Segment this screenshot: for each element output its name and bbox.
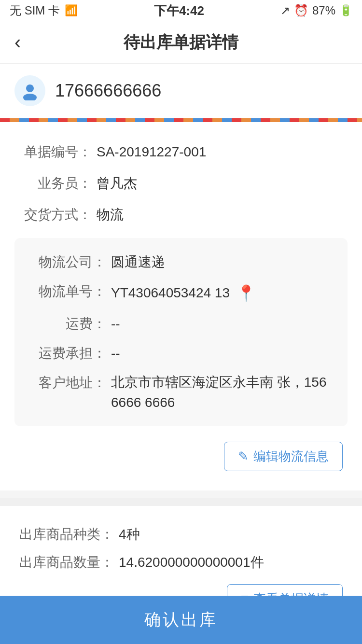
address-label: 客户地址： <box>34 372 111 394</box>
goods-quantity-row: 出库商品数量： 14.620000000000001件 <box>0 548 362 576</box>
section-divider <box>0 498 362 506</box>
dashed-divider <box>0 118 362 122</box>
edit-logistics-section: ✎ 编辑物流信息 <box>0 434 362 476</box>
order-info-section: 单据编号： SA-20191227-001 业务员： 曾凡杰 交货方式： 物流 … <box>0 122 362 490</box>
goods-quantity-value: 14.620000000000001件 <box>119 553 343 572</box>
confirm-bar[interactable]: 确认出库 <box>0 596 362 644</box>
goods-type-value: 4种 <box>119 525 343 544</box>
wifi-icon: 📶 <box>65 4 78 17</box>
freight-bearer-value: -- <box>111 343 328 364</box>
freight-bearer-label: 运费承担： <box>34 343 111 364</box>
confirm-button[interactable]: 确认出库 <box>144 609 218 631</box>
order-number-label: 单据编号： <box>19 141 97 163</box>
address-row: 客户地址： 北京市市辖区海淀区永丰南 张，156 6666 6666 <box>14 368 348 417</box>
tracking-number-row: 物流单号： YT43064053424 13 📍 <box>14 277 348 309</box>
order-number-row: 单据编号： SA-20191227-001 <box>0 137 362 168</box>
goods-type-row: 出库商品种类： 4种 <box>0 520 362 548</box>
logistics-card: 物流公司： 圆通速递 物流单号： YT43064053424 13 📍 运费： … <box>14 238 348 426</box>
battery-icon: 🔋 <box>339 4 352 17</box>
logistics-company-label: 物流公司： <box>34 252 111 273</box>
page-title: 待出库单据详情 <box>124 31 238 54</box>
goods-quantity-label: 出库商品数量： <box>19 553 119 572</box>
order-number-value: SA-20191227-001 <box>97 141 343 163</box>
salesman-row: 业务员： 曾凡杰 <box>0 168 362 199</box>
back-icon: ‹ <box>14 31 21 53</box>
alarm-icon: ⏰ <box>294 4 308 17</box>
delivery-method-value: 物流 <box>97 204 343 226</box>
tracking-location-icon[interactable]: 📍 <box>237 281 256 306</box>
logistics-company-row: 物流公司： 圆通速递 <box>14 248 348 277</box>
svg-point-0 <box>26 84 34 92</box>
back-button[interactable]: ‹ <box>14 31 21 53</box>
carrier-text: 无 SIM 卡 <box>10 3 60 18</box>
status-right: ↗ ⏰ 87% 🔋 <box>280 4 352 17</box>
nav-bar: ‹ 待出库单据详情 <box>0 21 362 64</box>
salesman-label: 业务员： <box>19 173 97 195</box>
battery-text: 87% <box>312 4 335 17</box>
status-left: 无 SIM 卡 📶 <box>10 3 78 18</box>
status-bar: 无 SIM 卡 📶 下午4:42 ↗ ⏰ 87% 🔋 <box>0 0 362 21</box>
customer-phone: 17666666666 <box>55 81 161 101</box>
freight-value: -- <box>111 313 328 335</box>
tracking-number-value: YT43064053424 13 📍 <box>111 281 328 306</box>
goods-type-label: 出库商品种类： <box>19 525 119 544</box>
edit-logistics-label: 编辑物流信息 <box>253 448 329 465</box>
freight-row: 运费： -- <box>14 309 348 339</box>
avatar-icon <box>20 81 40 100</box>
tracking-number-label: 物流单号： <box>34 281 111 303</box>
freight-bearer-row: 运费承担： -- <box>14 339 348 368</box>
address-value: 北京市市辖区海淀区永丰南 张，156 6666 6666 <box>111 372 328 413</box>
edit-icon: ✎ <box>238 449 249 464</box>
logistics-company-value: 圆通速递 <box>111 252 328 273</box>
tracking-number-text: YT43064053424 13 <box>111 282 230 304</box>
svg-point-1 <box>23 94 37 100</box>
delivery-method-label: 交货方式： <box>19 204 97 226</box>
status-time: 下午4:42 <box>154 2 204 19</box>
freight-label: 运费： <box>34 313 111 335</box>
salesman-value: 曾凡杰 <box>97 173 343 195</box>
delivery-method-row: 交货方式： 物流 <box>0 199 362 231</box>
location-status-icon: ↗ <box>280 4 290 17</box>
avatar <box>14 75 45 106</box>
customer-header: 17666666666 <box>0 64 362 118</box>
edit-logistics-button[interactable]: ✎ 编辑物流信息 <box>224 442 343 471</box>
